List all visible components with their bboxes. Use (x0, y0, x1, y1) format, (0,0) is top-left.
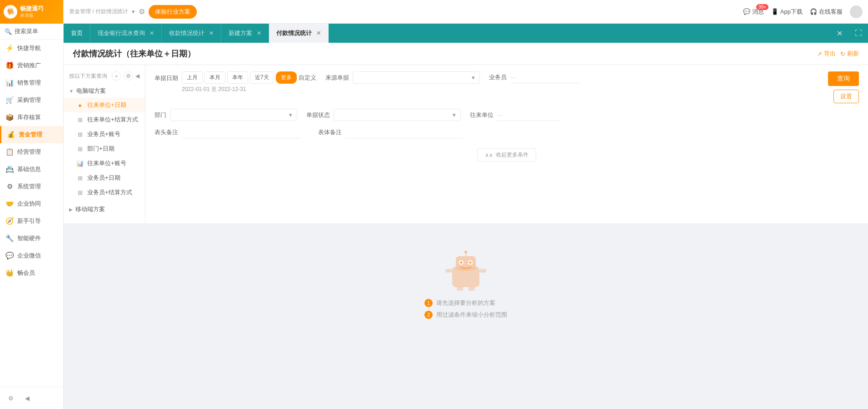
source-voucher-label: 来源单据 (325, 74, 349, 82)
app-download-item[interactable]: 📱 App下载 (771, 8, 803, 16)
topbar-left: 资金管理 / 付款情况统计 ▾ ⚙ 体验行业方案 (69, 5, 197, 19)
sidebar-item-basic-info[interactable]: 📇 基础信息 (0, 161, 63, 178)
table-body-note-input[interactable] (345, 126, 464, 138)
avatar[interactable] (850, 5, 863, 18)
voucher-status-arrow-icon: ▾ (453, 111, 456, 118)
sidebar-item-quick-nav[interactable]: ⚡ 快捷导航 (0, 40, 63, 57)
salesperson-input[interactable]: ··· (510, 71, 580, 83)
online-service-item[interactable]: 🎧 在线客服 (810, 8, 843, 16)
empty-state-inner: 1 请先选择要分析的方案 2 用过滤条件来缩小分析范围 (424, 251, 507, 323)
breadcrumb-dropdown-icon[interactable]: ▾ (132, 8, 135, 15)
refresh-button[interactable]: ↻ 刷新 (840, 50, 859, 58)
pc-scheme-group-header[interactable]: ▼ 电脑端方案 (64, 84, 145, 98)
topbar: 资金管理 / 付款情况统计 ▾ ⚙ 体验行业方案 💬 消息 99+ 📱 App下… (64, 0, 868, 24)
sidebar-item-purchase[interactable]: 🛒 采购管理 (0, 91, 63, 109)
filter-fields: 单据日期 上月 本月 本年 近7天 更多 自定义 20 (145, 65, 868, 223)
scheme-item-salesperson-date[interactable]: ⊞ 业务员+日期 (64, 171, 145, 185)
setting-button[interactable]: 设置 (833, 90, 859, 103)
date-btn-last-7-days[interactable]: 近7天 (250, 71, 274, 84)
tab-home[interactable]: 首页 (64, 24, 90, 43)
scheme-settings-btn[interactable]: ⚙ (124, 71, 133, 81)
scheme-item-salesperson-account[interactable]: ⊞ 业务员+账号 (64, 127, 145, 141)
query-button[interactable]: 查询 (828, 71, 859, 86)
tab-close-all-btn[interactable]: ✕ (830, 24, 849, 43)
sidebar-collapse-btn[interactable]: ◀ (21, 392, 34, 404)
basic-info-icon: 📇 (5, 165, 14, 173)
messages-item[interactable]: 💬 消息 99+ (743, 8, 764, 16)
sidebar-item-member[interactable]: 👑 畅会员 (0, 264, 63, 282)
sidebar-item-guide[interactable]: 🧭 新手引导 (0, 212, 63, 230)
source-voucher-select[interactable]: ▾ (353, 71, 480, 84)
voucher-status-select[interactable]: ▾ (334, 109, 461, 121)
scheme-item-counterpart-settlement[interactable]: ⊞ 往来单位+结算方式 (64, 112, 145, 127)
sidebar-label-inventory: 库存核算 (17, 113, 41, 121)
scheme-panel-header: 按以下方案查询 ＋ ⚙ ◀ (64, 70, 145, 84)
wechat-icon: 💬 (5, 252, 14, 260)
sidebar-item-wechat[interactable]: 💬 企业微信 (0, 247, 63, 264)
sidebar-search[interactable]: 🔍 搜索菜单 (0, 24, 63, 40)
bank-flow-tab-close[interactable]: ✕ (150, 30, 154, 36)
dept-select[interactable]: ▾ (170, 109, 297, 121)
refresh-icon: ↻ (840, 50, 845, 57)
operations-icon: 📋 (5, 148, 14, 156)
sidebar-label-wechat: 企业微信 (17, 252, 41, 260)
sidebar-label-purchase: 采购管理 (17, 96, 41, 104)
sidebar-item-hardware[interactable]: 🔧 智能硬件 (0, 230, 63, 247)
sidebar-item-operations[interactable]: 📋 经营管理 (0, 143, 63, 161)
breadcrumb: 资金管理 / 付款情况统计 (69, 8, 128, 15)
tab-payment-stats[interactable]: 付款情况统计 ✕ (269, 24, 329, 43)
date-btn-this-month[interactable]: 本月 (205, 71, 225, 84)
hardware-icon: 🔧 (5, 234, 14, 242)
dept-group: 部门 ▾ (155, 109, 297, 121)
sidebar-label-hardware: 智能硬件 (17, 234, 41, 242)
voucher-status-label: 单据状态 (306, 111, 330, 119)
date-btn-last-month[interactable]: 上月 (182, 71, 203, 84)
new-scheme-tab-label: 新建方案 (229, 29, 252, 37)
phone-icon: 📱 (771, 8, 778, 15)
table-header-note-input[interactable] (182, 126, 300, 138)
topbar-settings-icon[interactable]: ⚙ (139, 7, 145, 16)
counterpart-settlement-icon: ⊞ (76, 116, 84, 123)
tab-bank-flow[interactable]: 现金银行流水查询 ✕ (90, 24, 162, 43)
sidebar-item-system[interactable]: ⚙ 系统管理 (0, 178, 63, 195)
sidebar-item-inventory[interactable]: 📦 库存核算 (0, 109, 63, 126)
tab-new-scheme[interactable]: 新建方案 ✕ (221, 24, 269, 43)
scheme-item-label-salesperson-date: 业务员+日期 (87, 174, 120, 182)
scheme-item-counterpart-account[interactable]: 📊 往来单位+账号 (64, 156, 145, 171)
trial-industry-button[interactable]: 体验行业方案 (149, 5, 197, 19)
date-buttons-row: 上月 本月 本年 近7天 更多 自定义 (182, 71, 316, 84)
scheme-item-dept-date[interactable]: ⊞ 部门+日期 (64, 141, 145, 156)
collapse-more-button[interactable]: ∧∧ 收起更多条件 (477, 148, 536, 162)
date-btn-more[interactable]: 更多 (276, 71, 297, 84)
mobile-group-label: 移动端方案 (75, 205, 105, 213)
scheme-item-counterpart-date[interactable]: ● 往来单位+日期 (64, 98, 145, 112)
payment-stats-tab-close[interactable]: ✕ (316, 30, 321, 36)
purchase-icon: 🛒 (5, 96, 14, 104)
quick-nav-icon: ⚡ (5, 44, 14, 52)
sidebar-item-marketing[interactable]: 🎁 营销推广 (0, 57, 63, 74)
sidebar-settings-btn[interactable]: ⚙ (5, 392, 17, 404)
scheme-add-btn[interactable]: ＋ (112, 71, 121, 81)
member-icon: 👑 (5, 269, 14, 277)
filter-row-2: 部门 ▾ 单据状态 ▾ (155, 109, 859, 121)
empty-state-illustration (443, 251, 489, 292)
new-scheme-tab-close[interactable]: ✕ (257, 30, 261, 36)
export-label: 导出 (824, 50, 836, 58)
scheme-collapse-icon[interactable]: ◀ (135, 73, 140, 79)
scheme-item-salesperson-settlement[interactable]: ⊞ 业务员+结算方式 (64, 185, 145, 200)
payment-stats-tab-label: 付款情况统计 (276, 29, 312, 37)
counterpart-input[interactable]: ··· (497, 109, 561, 121)
tab-receipt-stats[interactable]: 收款情况统计 ✕ (162, 24, 221, 43)
scheme-item-label-counterpart-settlement: 往来单位+结算方式 (87, 116, 138, 124)
date-btn-this-year[interactable]: 本年 (227, 71, 248, 84)
tab-maximize-btn[interactable]: ⛶ (849, 24, 868, 43)
tip-num-1: 1 (424, 299, 433, 307)
sidebar-item-finance[interactable]: 💰 资金管理 (0, 126, 63, 143)
sidebar-item-collab[interactable]: 🤝 企业协同 (0, 195, 63, 212)
robot-svg (443, 251, 489, 292)
sidebar-item-sales[interactable]: 📊 销售管理 (0, 74, 63, 91)
mobile-scheme-group-header[interactable]: ▶ 移动端方案 (64, 202, 145, 216)
receipt-stats-tab-close[interactable]: ✕ (209, 30, 214, 36)
export-button[interactable]: ↗ 导出 (817, 50, 836, 58)
date-custom-label[interactable]: 自定义 (299, 74, 316, 82)
